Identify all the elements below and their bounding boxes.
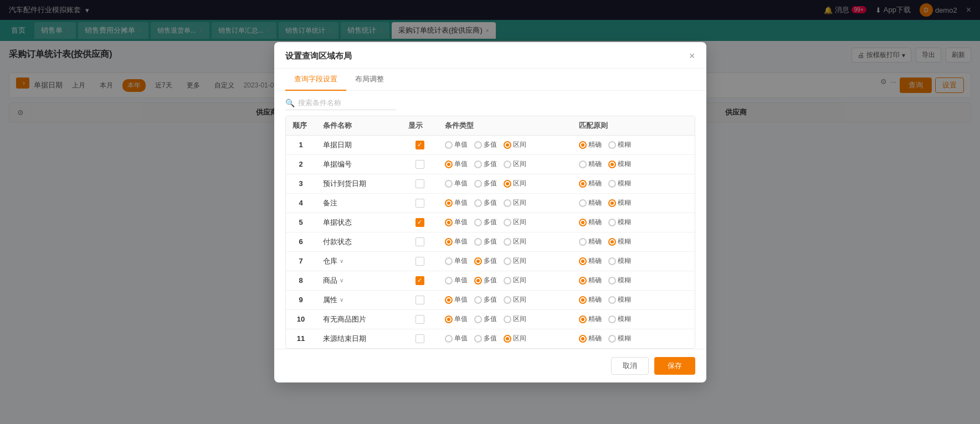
table-row: 11来源结束日期单值多值区间精确模糊	[286, 329, 695, 348]
type-radio-区间-9[interactable]: 区间	[504, 314, 526, 324]
checkbox-4[interactable]	[415, 218, 424, 227]
type-radio-单值-3[interactable]: 单值	[445, 198, 468, 208]
match-radio-精确-10[interactable]: 精确	[579, 334, 602, 343]
row-display-9[interactable]	[402, 309, 438, 329]
match-radio-circle-精确-0	[579, 141, 587, 149]
type-radio-区间-8[interactable]: 区间	[504, 295, 526, 304]
checkbox-1[interactable]	[415, 160, 424, 169]
match-radio-精确-6[interactable]: 精确	[579, 256, 602, 266]
match-radio-circle-模糊-4	[608, 219, 616, 226]
row-display-1[interactable]	[402, 154, 438, 174]
type-radio-区间-6[interactable]: 区间	[504, 256, 526, 266]
match-radio-模糊-6[interactable]: 模糊	[608, 256, 631, 266]
match-radio-精确-5[interactable]: 精确	[579, 237, 602, 246]
match-radio-模糊-5[interactable]: 模糊	[608, 237, 631, 246]
checkbox-10[interactable]	[415, 334, 424, 343]
cancel-button[interactable]: 取消	[611, 357, 649, 375]
type-radio-多值-4[interactable]: 多值	[474, 218, 497, 227]
type-radio-label-多值-3: 多值	[484, 198, 497, 208]
checkbox-0[interactable]	[415, 141, 424, 149]
type-radio-区间-2[interactable]: 区间	[504, 179, 526, 188]
match-radio-模糊-3[interactable]: 模糊	[608, 198, 631, 208]
checkbox-5[interactable]	[415, 237, 424, 246]
type-radio-多值-3[interactable]: 多值	[474, 198, 497, 208]
type-radio-区间-10[interactable]: 区间	[504, 334, 526, 343]
checkbox-6[interactable]	[415, 257, 424, 266]
search-input[interactable]	[298, 99, 387, 107]
row-display-6[interactable]	[402, 251, 438, 271]
type-radio-多值-0[interactable]: 多值	[474, 140, 497, 149]
row-display-10[interactable]	[402, 329, 438, 348]
type-radio-区间-3[interactable]: 区间	[504, 198, 526, 208]
type-radio-circle-多值-0	[474, 141, 482, 149]
expand-icon[interactable]: ∨	[340, 277, 343, 283]
type-radio-区间-5[interactable]: 区间	[504, 237, 526, 246]
match-radio-精确-2[interactable]: 精确	[579, 179, 602, 188]
type-radio-circle-多值-2	[474, 180, 482, 188]
type-radio-单值-8[interactable]: 单值	[445, 295, 468, 304]
type-radio-label-区间-3: 区间	[513, 198, 526, 208]
match-radio-精确-9[interactable]: 精确	[579, 314, 602, 324]
expand-icon[interactable]: ∨	[340, 297, 343, 303]
match-radio-模糊-2[interactable]: 模糊	[608, 179, 631, 188]
match-radio-精确-4[interactable]: 精确	[579, 218, 602, 227]
row-display-0[interactable]	[402, 135, 438, 154]
type-radio-多值-9[interactable]: 多值	[474, 314, 497, 324]
type-radio-多值-1[interactable]: 多值	[474, 159, 497, 169]
match-radio-模糊-9[interactable]: 模糊	[608, 314, 631, 324]
row-name-5: 付款状态	[316, 232, 402, 251]
dialog-tab-layout[interactable]: 布局调整	[346, 69, 393, 91]
type-radio-单值-10[interactable]: 单值	[445, 334, 468, 343]
row-name-1: 单据编号	[316, 154, 402, 174]
row-display-8[interactable]	[402, 290, 438, 309]
row-display-2[interactable]	[402, 174, 438, 193]
table-row: 5单据状态单值多值区间精确模糊	[286, 213, 695, 232]
match-radio-精确-3[interactable]: 精确	[579, 198, 602, 208]
type-radio-多值-6[interactable]: 多值	[474, 256, 497, 266]
checkbox-3[interactable]	[415, 199, 424, 208]
type-radio-区间-0[interactable]: 区间	[504, 140, 526, 149]
match-radio-精确-7[interactable]: 精确	[579, 276, 602, 285]
type-radio-单值-1[interactable]: 单值	[445, 159, 468, 169]
type-radio-单值-0[interactable]: 单值	[445, 140, 468, 149]
type-radio-单值-9[interactable]: 单值	[445, 314, 468, 324]
type-radio-label-多值-4: 多值	[484, 218, 497, 227]
match-radio-模糊-10[interactable]: 模糊	[608, 334, 631, 343]
row-display-3[interactable]	[402, 193, 438, 213]
type-radio-区间-4[interactable]: 区间	[504, 218, 526, 227]
row-display-7[interactable]	[402, 271, 438, 290]
type-radio-多值-2[interactable]: 多值	[474, 179, 497, 188]
type-radio-circle-单值-7	[445, 277, 453, 285]
save-button[interactable]: 保存	[654, 357, 695, 375]
type-radio-区间-1[interactable]: 区间	[504, 159, 526, 169]
checkbox-9[interactable]	[415, 315, 424, 324]
match-radio-精确-8[interactable]: 精确	[579, 295, 602, 304]
row-display-4[interactable]	[402, 213, 438, 232]
dialog-tab-query-fields[interactable]: 查询字段设置	[285, 69, 346, 91]
row-display-5[interactable]	[402, 232, 438, 251]
type-radio-circle-区间-4	[504, 219, 511, 226]
match-radio-精确-0[interactable]: 精确	[579, 140, 602, 149]
expand-icon[interactable]: ∨	[340, 258, 343, 264]
match-radio-模糊-0[interactable]: 模糊	[608, 140, 631, 149]
match-radio-模糊-4[interactable]: 模糊	[608, 218, 631, 227]
match-radio-模糊-7[interactable]: 模糊	[608, 276, 631, 285]
checkbox-2[interactable]	[415, 179, 424, 188]
type-radio-单值-5[interactable]: 单值	[445, 237, 468, 246]
match-radio-模糊-8[interactable]: 模糊	[608, 295, 631, 304]
type-radio-区间-7[interactable]: 区间	[504, 276, 526, 285]
checkbox-8[interactable]	[415, 296, 424, 304]
type-radio-单值-4[interactable]: 单值	[445, 218, 468, 227]
checkbox-7[interactable]	[415, 276, 424, 285]
dialog-close-button[interactable]: ×	[689, 51, 695, 61]
match-radio-精确-1[interactable]: 精确	[579, 159, 602, 169]
match-radio-模糊-1[interactable]: 模糊	[608, 159, 631, 169]
type-radio-单值-6[interactable]: 单值	[445, 256, 468, 266]
type-radio-多值-8[interactable]: 多值	[474, 295, 497, 304]
type-radio-多值-7[interactable]: 多值	[474, 276, 497, 285]
match-radio-circle-精确-5	[579, 238, 587, 246]
type-radio-多值-10[interactable]: 多值	[474, 334, 497, 343]
type-radio-多值-5[interactable]: 多值	[474, 237, 497, 246]
type-radio-单值-7[interactable]: 单值	[445, 276, 468, 285]
type-radio-单值-2[interactable]: 单值	[445, 179, 468, 188]
